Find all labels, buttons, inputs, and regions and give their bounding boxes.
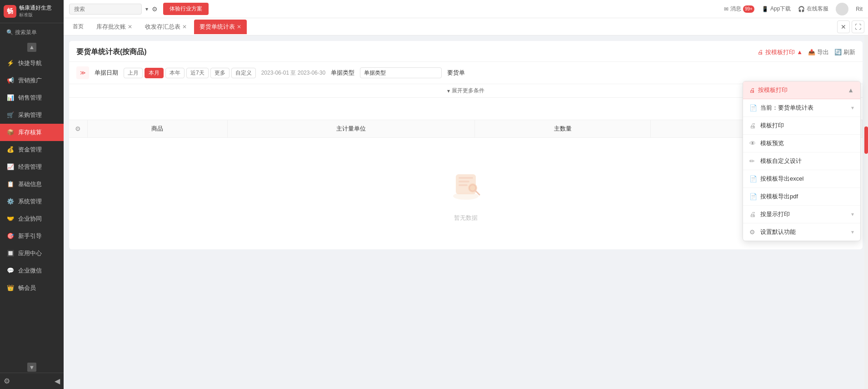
goods-column-header: 商品 [87,120,227,138]
online-service-button[interactable]: 🎧 在线客服 [798,5,828,13]
sidebar-bottom: ⚙ ◀ [0,373,64,389]
7days-btn[interactable]: 近7天 [186,68,209,78]
message-icon: ✉ [724,6,728,12]
current-year-btn[interactable]: 本年 [165,68,185,78]
sidebar: 畅 畅康通好生意 标准版 🔍 搜索菜单 ▲ ⚡ 快捷导航 📢 营销推广 📊 销售… [0,0,64,389]
scrollbar-thumb[interactable] [864,126,868,154]
tabs-bar: 首页 库存批次账 ✕ 收发存汇总表 ✕ 要货单统计表 ✕ ✕ ⛶ [64,18,868,35]
maximize-tab-control[interactable]: ⛶ [852,20,864,33]
template-preview-icon: 👁 [749,140,757,147]
refresh-button[interactable]: 🔄 刷新 [834,48,855,56]
bill-type-select[interactable]: 单据类型 要货单 [360,67,442,78]
sidebar-item-label: 新手引导 [18,232,42,240]
tab-order-stats[interactable]: 要货单统计表 ✕ [194,20,247,34]
dropdown-close-button[interactable]: ▲ [848,86,854,94]
sidebar-item-finance[interactable]: 💰 资金管理 [0,141,64,158]
scroll-up-button[interactable]: ▲ [27,43,36,52]
sidebar-item-system[interactable]: ⚙️ 系统管理 [0,193,64,210]
tab-collection-summary[interactable]: 收发存汇总表 ✕ [140,20,192,34]
topbar-gear-icon[interactable]: ⚙ [152,5,158,13]
settings-column-header[interactable]: ⚙ [69,120,87,138]
basic-icon: 📋 [6,180,15,188]
search-icon: 🔍 [6,29,13,35]
dropdown-title: 🖨 按模板打印 [749,86,788,94]
export-button[interactable]: 📤 导出 [808,48,829,56]
template-print-button[interactable]: 🖨 按模板打印 ▲ [758,48,803,56]
sidebar-nav: ⚡ 快捷导航 📢 营销推广 📊 销售管理 🛒 采购管理 📦 库存核算 💰 资金管… [0,53,64,362]
tab-close-collection-summary[interactable]: ✕ [182,24,187,30]
topbar-dropdown-icon[interactable]: ▾ [145,6,148,12]
sidebar-item-collab[interactable]: 🤝 企业协同 [0,210,64,227]
tab-batch-account[interactable]: 库存批次账 ✕ [91,20,138,34]
dropdown-current-template[interactable]: 📄 当前：要货单统计表 ▾ [743,99,860,117]
search-menu-button[interactable]: 🔍 搜索菜单 [4,27,60,38]
template-preview-label: 模板预览 [760,139,784,147]
sidebar-item-guide[interactable]: 🎯 新手引导 [0,227,64,245]
dropdown-template-print[interactable]: 🖨 模板打印 [743,117,860,135]
dropdown-template-custom[interactable]: ✏ 模板自定义设计 [743,152,860,170]
sidebar-item-apps[interactable]: 🔲 应用中心 [0,245,64,262]
sidebar-item-label: 企业微信 [18,267,42,275]
online-service-label: 在线客服 [807,5,828,13]
more-btn[interactable]: 更多 [210,68,229,78]
dropdown-export-excel[interactable]: 📄 按模板导出excel [743,170,860,188]
tab-close-batch-account[interactable]: ✕ [128,24,132,30]
topbar-search-input[interactable] [69,4,142,15]
column-settings-icon[interactable]: ⚙ [75,125,81,132]
home-tab-label: 首页 [73,23,84,30]
close-tab-control[interactable]: ✕ [837,20,850,33]
dropdown-template-preview[interactable]: 👁 模板预览 [743,135,860,152]
custom-btn[interactable]: 自定义 [231,68,256,78]
filter-expand-icon[interactable]: ≫ [76,66,89,79]
avatar[interactable] [836,3,848,15]
bill-type-label: 单据类型 [331,69,354,77]
service-icon: 🎧 [798,6,805,12]
sidebar-item-sales[interactable]: 📊 销售管理 [0,89,64,106]
app-download-button[interactable]: 📱 App下载 [762,5,791,13]
sidebar-item-label: 基础信息 [18,180,42,188]
bill-type-select-wrapper: 单据类型 要货单 [360,67,442,78]
finance-icon: 💰 [6,146,15,154]
sidebar-item-quick-nav[interactable]: ⚡ 快捷导航 [0,55,64,72]
date-range-display: 2023-06-01 至 2023-06-30 [261,69,325,77]
topbar: ▾ ⚙ 体验行业方案 ✉ 消息 99+ 📱 App下载 🎧 在线客服 Rit [64,0,868,18]
dropdown-set-default[interactable]: ⚙ 设置默认功能 ▾ [743,223,860,241]
sidebar-item-purchase[interactable]: 🛒 采购管理 [0,106,64,124]
date-buttons: 上月 本月 本年 近7天 更多 自定义 [124,68,256,78]
dropdown-export-pdf[interactable]: 📄 按模板导出pdf [743,188,860,206]
tab-home[interactable]: 首页 [67,20,89,34]
sidebar-item-wechat[interactable]: 💬 企业微信 [0,262,64,279]
settings-icon[interactable]: ⚙ [4,377,10,385]
sidebar-item-marketing[interactable]: 📢 营销推广 [0,72,64,89]
purchase-icon: 🛒 [6,111,15,119]
right-scrollbar[interactable] [864,35,868,389]
export-pdf-icon: 📄 [749,193,757,200]
printer-icon: 🖨 [758,49,763,56]
sidebar-item-operations[interactable]: 📈 经营管理 [0,158,64,176]
scroll-down-button[interactable]: ▼ [27,363,36,372]
template-print-arrow: ▲ [797,49,803,56]
template-custom-icon: ✏ [749,157,757,165]
sidebar-item-basic[interactable]: 📋 基础信息 [0,176,64,193]
tab-collection-summary-label: 收发存汇总表 [145,23,180,31]
message-label: 消息 [730,5,741,13]
trial-button[interactable]: 体验行业方案 [163,3,209,15]
message-button[interactable]: ✉ 消息 99+ [724,5,754,13]
export-icon: 📤 [808,49,815,56]
collapse-icon[interactable]: ◀ [55,377,60,385]
dropdown-display-print[interactable]: 🖨 按显示打印 ▾ [743,206,860,223]
tab-batch-account-label: 库存批次账 [96,23,126,31]
svg-rect-3 [459,181,469,182]
filter-bar: ≫ 单据日期 上月 本月 本年 近7天 更多 自定义 2023-06-01 至 … [69,62,863,84]
wechat-icon: 💬 [6,267,15,275]
tab-close-order-stats[interactable]: ✕ [237,24,241,30]
marketing-icon: 📢 [6,76,15,85]
prev-month-btn[interactable]: 上月 [124,68,143,78]
sidebar-item-member[interactable]: 👑 畅会员 [0,279,64,297]
current-month-btn[interactable]: 本月 [145,68,164,78]
template-doc-icon: 📄 [749,104,757,111]
sidebar-item-inventory[interactable]: 📦 库存核算 [0,124,64,141]
expand-more-button[interactable]: ▾ 展开更多条件 [447,87,484,95]
refresh-icon: 🔄 [834,49,842,56]
sidebar-item-label: 销售管理 [18,94,42,102]
